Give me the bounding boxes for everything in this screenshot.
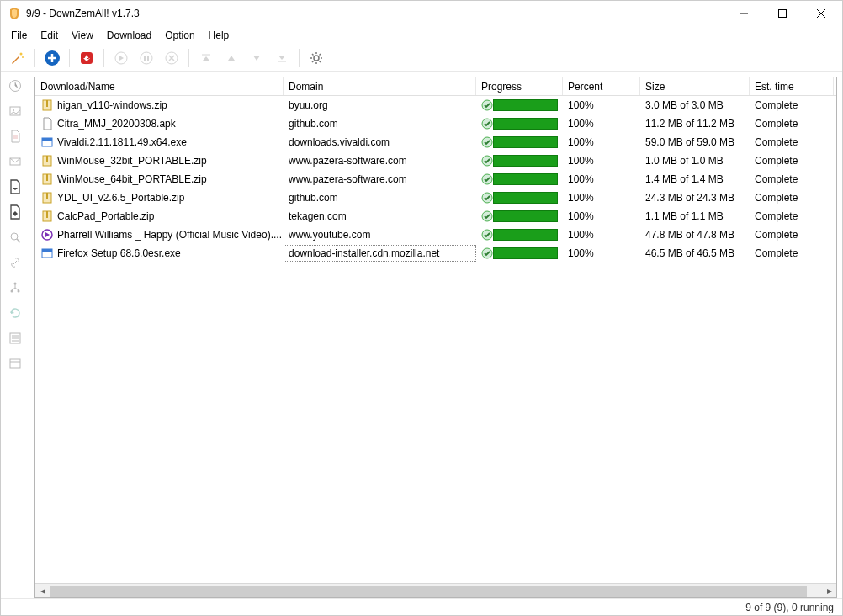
menu-file[interactable]: File xyxy=(4,28,34,43)
file-name-text: Pharrell Williams _ Happy (Official Musi… xyxy=(57,229,282,241)
table-row[interactable]: higan_v110-windows.zipbyuu.org100%3.0 MB… xyxy=(35,96,836,114)
col-header-est[interactable]: Est. time xyxy=(750,77,834,95)
table-row[interactable]: Firefox Setup 68.6.0esr.exedownload-inst… xyxy=(35,244,836,263)
cell-name: CalcPad_Portable.zip xyxy=(35,210,284,223)
cell-percent: 100% xyxy=(563,155,640,167)
pause-button[interactable] xyxy=(135,46,158,70)
svg-rect-33 xyxy=(46,193,48,199)
col-header-progress[interactable]: Progress xyxy=(476,77,563,95)
sidebar-refresh-icon[interactable] xyxy=(6,304,24,322)
svg-rect-0 xyxy=(779,10,787,18)
content-panel: Download/Name Domain Progress Percent Si… xyxy=(29,72,842,598)
file-type-icon xyxy=(40,98,54,112)
col-header-size[interactable]: Size xyxy=(640,77,750,95)
table-header: Download/Name Domain Progress Percent Si… xyxy=(35,77,836,96)
cell-size: 1.0 MB of 1.0 MB xyxy=(640,155,750,167)
move-bottom-button[interactable] xyxy=(270,46,294,70)
cell-domain: www.pazera-software.com xyxy=(284,155,476,167)
horizontal-scrollbar[interactable]: ◂ ▸ xyxy=(35,583,836,597)
wizard-button[interactable] xyxy=(6,46,29,70)
cell-domain: tekagen.com xyxy=(284,210,476,222)
cell-progress xyxy=(476,99,563,111)
sidebar-file-down-icon[interactable] xyxy=(6,178,24,196)
col-header-domain[interactable]: Domain xyxy=(284,77,476,95)
cell-domain: byuu.org xyxy=(284,99,476,111)
menu-edit[interactable]: Edit xyxy=(34,28,65,43)
sidebar-image-icon[interactable] xyxy=(6,102,24,120)
maximize-button[interactable] xyxy=(763,1,802,26)
cell-size: 1.4 MB of 1.4 MB xyxy=(640,173,750,185)
scroll-thumb[interactable] xyxy=(50,586,807,597)
toolbar-separator xyxy=(188,49,189,67)
menu-help[interactable]: Help xyxy=(202,28,236,43)
svg-point-1 xyxy=(20,53,23,56)
sidebar-tree-icon[interactable] xyxy=(6,279,24,297)
titlebar: 9/9 - DownZemAll! v1.7.3 xyxy=(1,1,842,26)
sidebar-window-icon[interactable] xyxy=(6,354,24,373)
menu-download[interactable]: Download xyxy=(100,28,158,43)
cell-domain: www.youtube.com xyxy=(284,229,476,241)
close-button[interactable] xyxy=(802,1,840,26)
progress-bar xyxy=(493,136,558,148)
cell-est: Complete xyxy=(750,173,834,185)
cell-name: higan_v110-windows.zip xyxy=(35,98,284,112)
cell-size: 47.8 MB of 47.8 MB xyxy=(640,229,750,241)
svg-point-8 xyxy=(314,56,319,61)
downloads-table: Download/Name Domain Progress Percent Si… xyxy=(34,77,837,598)
minimize-button[interactable] xyxy=(724,1,763,26)
sidebar-clock-icon[interactable] xyxy=(6,77,24,95)
move-top-button[interactable] xyxy=(194,46,218,70)
cell-size: 24.3 MB of 24.3 MB xyxy=(640,192,750,204)
sidebar xyxy=(1,72,29,598)
sidebar-list-icon[interactable] xyxy=(6,329,24,348)
sidebar-search-icon[interactable] xyxy=(6,228,24,247)
cell-progress xyxy=(476,247,563,259)
menu-view[interactable]: View xyxy=(65,28,100,43)
cell-est: Complete xyxy=(750,118,834,130)
progress-bar xyxy=(493,247,558,259)
col-header-percent[interactable]: Percent xyxy=(563,77,640,95)
check-complete-icon xyxy=(481,210,493,222)
col-header-name[interactable]: Download/Name xyxy=(35,77,284,95)
cell-size: 3.0 MB of 3.0 MB xyxy=(640,99,750,111)
cell-percent: 100% xyxy=(563,229,640,241)
move-down-button[interactable] xyxy=(245,46,268,70)
sidebar-link-icon[interactable] xyxy=(6,253,24,272)
menu-option[interactable]: Option xyxy=(158,28,201,43)
table-row[interactable]: WinMouse_64bit_PORTABLE.zipwww.pazera-so… xyxy=(35,170,836,189)
toolbar-separator xyxy=(299,49,300,67)
sidebar-document-icon[interactable] xyxy=(6,127,24,146)
app-icon xyxy=(8,7,21,20)
scroll-track[interactable] xyxy=(50,584,822,598)
cell-size: 59.0 MB of 59.0 MB xyxy=(640,136,750,148)
scroll-left-icon[interactable]: ◂ xyxy=(35,584,50,598)
toolbar-separator xyxy=(69,49,70,67)
cell-domain: github.com xyxy=(284,118,476,130)
table-row[interactable]: WinMouse_32bit_PORTABLE.zipwww.pazera-so… xyxy=(35,151,836,170)
cell-est: Complete xyxy=(750,136,834,148)
settings-button[interactable] xyxy=(305,46,328,70)
sidebar-file-cancel-icon[interactable] xyxy=(6,203,24,221)
file-name-text: Vivaldi.2.11.1811.49.x64.exe xyxy=(57,136,187,148)
progress-bar xyxy=(493,210,558,222)
scroll-right-icon[interactable]: ▸ xyxy=(822,584,836,598)
start-button[interactable] xyxy=(75,46,98,70)
play-button[interactable] xyxy=(109,46,133,70)
add-button[interactable] xyxy=(40,46,64,70)
move-up-button[interactable] xyxy=(220,46,243,70)
progress-bar xyxy=(493,118,558,130)
cell-est: Complete xyxy=(750,99,834,111)
check-complete-icon xyxy=(481,118,493,130)
svg-rect-24 xyxy=(42,138,52,141)
table-row[interactable]: CalcPad_Portable.ziptekagen.com100%1.1 M… xyxy=(35,207,836,226)
table-row[interactable]: Citra_MMJ_20200308.apkgithub.com100%11.2… xyxy=(35,114,836,133)
sidebar-mail-icon[interactable] xyxy=(6,152,24,171)
table-row[interactable]: Vivaldi.2.11.1811.49.x64.exedownloads.vi… xyxy=(35,133,836,151)
table-row[interactable]: Pharrell Williams _ Happy (Official Musi… xyxy=(35,226,836,244)
check-complete-icon xyxy=(481,136,493,148)
cell-progress xyxy=(476,192,563,204)
cell-est: Complete xyxy=(750,210,834,222)
check-complete-icon xyxy=(481,229,493,241)
stop-button[interactable] xyxy=(160,46,183,70)
table-row[interactable]: YDL_UI_v2.6.5_Portable.zipgithub.com100%… xyxy=(35,189,836,207)
